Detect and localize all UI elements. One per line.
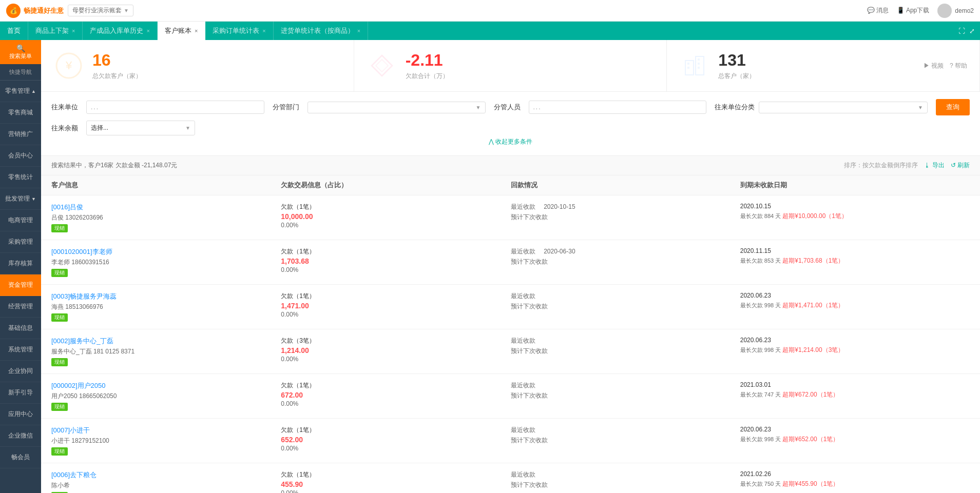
debt-percent: 0.00%	[281, 445, 510, 452]
sidebar-item-enterprise[interactable]: 企业协同	[0, 361, 41, 382]
stat-card-debt-amount: -2.11 欠款合计（万）	[354, 40, 667, 91]
customer-name-link[interactable]: [0007]小进干	[51, 426, 281, 435]
help-link[interactable]: ? 帮助	[950, 62, 967, 70]
sidebar-item-label: 畅会员	[11, 453, 30, 462]
supplier-input[interactable]: ...	[86, 101, 264, 114]
sidebar-item-ecommerce[interactable]: 电商管理	[0, 210, 41, 231]
sidebar-item-batch-mgmt[interactable]: 批发管理 ▼	[0, 188, 41, 210]
quick-nav[interactable]: 快捷导航	[0, 64, 41, 81]
sidebar-item-member[interactable]: 会员中心	[0, 145, 41, 167]
debt-amount[interactable]: 10,000.00	[281, 212, 510, 221]
sidebar-item-finance[interactable]: 资金管理	[0, 274, 41, 296]
sidebar-item-vip[interactable]: 畅会员	[0, 447, 41, 468]
debt-info: 欠款（1笔） 672.00 0.00%	[281, 381, 510, 407]
manager-input[interactable]: ...	[529, 101, 707, 114]
sidebar-item-ops[interactable]: 经营管理	[0, 296, 41, 318]
category-select[interactable]: ▼	[759, 102, 928, 113]
filter-category: 往来单位分类 ▼	[715, 102, 928, 113]
customer-phone: 陈小希	[51, 481, 281, 490]
recovery-info: 最近收款 2020-06-30 预计下次收款	[511, 247, 740, 268]
refresh-button[interactable]: ↺ 刷新	[951, 161, 970, 170]
sidebar-item-guide[interactable]: 新手引导	[0, 382, 41, 404]
sidebar-search[interactable]: 🔍 搜索菜单	[0, 40, 41, 64]
recovery-next: 预计下次收款	[511, 258, 740, 266]
message-link[interactable]: 💬 消息	[867, 6, 889, 15]
overdue-days: 最长欠款 750 天 超期¥455.90（1笔）	[740, 480, 970, 488]
tab-close-icon[interactable]: ×	[262, 28, 265, 34]
recovery-next: 预计下次收款	[511, 436, 740, 445]
debt-percent: 0.00%	[281, 222, 510, 229]
store-select[interactable]: 母婴行业演示账套 ▼	[68, 5, 133, 16]
tab-product-offline[interactable]: 商品上下架 ×	[28, 22, 83, 40]
tab-purchase-order[interactable]: 采购订单统计表 ×	[205, 22, 273, 40]
overdue-link[interactable]: 超期¥455.90（1笔）	[782, 480, 839, 487]
tab-close-icon[interactable]: ×	[146, 28, 149, 34]
tab-close-icon[interactable]: ×	[72, 28, 75, 34]
overdue-link[interactable]: 超期¥10,000.00（1笔）	[782, 212, 848, 220]
customer-info: [0001020001]李老师 李老师 18600391516 现销	[51, 247, 281, 277]
tab-close-icon[interactable]: ×	[357, 28, 360, 34]
debt-amount[interactable]: 672.00	[281, 391, 510, 399]
tab-product-history[interactable]: 产成品入库单历史 ×	[83, 22, 157, 40]
search-button[interactable]: 查询	[936, 99, 970, 115]
overdue-link[interactable]: 超期¥652.00（1笔）	[782, 436, 839, 443]
debt-amount[interactable]: 1,471.00	[281, 302, 510, 310]
sidebar-item-label: 零售统计	[8, 173, 33, 182]
sidebar-item-purchase[interactable]: 采购管理	[0, 231, 41, 253]
department-select[interactable]: ▼	[308, 102, 486, 113]
customer-name-link[interactable]: [0006]去下粮仓	[51, 470, 281, 480]
sidebar-item-app-center[interactable]: 应用中心	[0, 404, 41, 425]
export-button[interactable]: ⭳ 导出	[924, 161, 944, 170]
sidebar-item-basic-info[interactable]: 基础信息	[0, 318, 41, 339]
customer-name-link[interactable]: [0001020001]李老师	[51, 247, 281, 257]
filter-manager-label: 分管人员	[494, 103, 525, 112]
debt-amount[interactable]: 1,703.68	[281, 257, 510, 265]
overdue-info: 2020.06.23 最长欠款 998 天 超期¥652.00（1笔）	[740, 426, 970, 445]
recovery-info: 最近收款 预计下次收款	[511, 292, 740, 312]
overdue-link[interactable]: 超期¥1,214.00（3笔）	[782, 346, 844, 353]
app-download-link[interactable]: 📱 App下载	[897, 6, 929, 15]
username[interactable]: demo2	[955, 7, 974, 14]
recovery-next: 预计下次收款	[511, 481, 740, 489]
tab-inventory-stats[interactable]: 进货单统计表（按商品） ×	[274, 22, 368, 40]
debt-percent: 0.00%	[281, 356, 510, 363]
logo-text: 畅捷通好生意	[24, 6, 64, 15]
sidebar-item-marketing[interactable]: 营销推广	[0, 124, 41, 145]
balance-select[interactable]: 选择... ▼	[86, 121, 195, 135]
tab-customer-account[interactable]: 客户账本 ×	[158, 22, 205, 40]
overdue-link[interactable]: 超期¥1,471.00（1笔）	[782, 302, 844, 309]
tab-bar: 首页 商品上下架 × 产成品入库单历史 × 客户账本 × 采购订单统计表 × 进…	[0, 22, 980, 40]
debt-amount[interactable]: 455.90	[281, 480, 510, 488]
debt-percent: 0.00%	[281, 400, 510, 407]
sidebar-item-inventory[interactable]: 库存核算	[0, 253, 41, 274]
tab-home[interactable]: 首页	[0, 22, 28, 40]
table-area: 客户信息 欠款交易信息（占比） 回款情况 到期未收款日期 [0016]吕俊 吕俊…	[41, 175, 980, 493]
tab-inventory-stats-label: 进货单统计表（按商品）	[281, 26, 354, 35]
tab-fullscreen-icon[interactable]: ⤢	[969, 27, 975, 35]
debt-amount[interactable]: 1,214.00	[281, 346, 510, 354]
overdue-link[interactable]: 超期¥1,703.68（1笔）	[782, 257, 844, 264]
customer-name-link[interactable]: [000002]用户2050	[51, 381, 281, 390]
debt-amount[interactable]: 652.00	[281, 436, 510, 444]
tab-close-icon[interactable]: ×	[195, 28, 198, 34]
user-area: demo2	[937, 4, 974, 18]
sidebar-item-system[interactable]: 系统管理	[0, 339, 41, 361]
sidebar-item-wecom[interactable]: 企业微信	[0, 425, 41, 447]
filter-supplier: 往来单位 ...	[51, 101, 264, 114]
customer-name-link[interactable]: [0002]服务中心_丁磊	[51, 337, 281, 346]
overdue-date: 2020.06.23	[740, 337, 970, 344]
overdue-days: 最长欠款 998 天 超期¥1,214.00（3笔）	[740, 346, 970, 354]
sort-label[interactable]: 排序：按欠款金额倒序排序	[844, 161, 918, 170]
debt-count: 欠款（1笔）	[281, 426, 510, 435]
customer-name-link[interactable]: [0016]吕俊	[51, 203, 281, 212]
sidebar-item-retail-mgmt[interactable]: 零售管理 ▲	[0, 81, 41, 102]
overdue-link[interactable]: 超期¥672.00（1笔）	[782, 391, 839, 398]
tab-expand-icon[interactable]: ⛶	[958, 27, 965, 35]
customer-name-link[interactable]: [0003]畅捷服务尹海蕊	[51, 292, 281, 301]
video-link[interactable]: ▶ 视频	[924, 62, 944, 70]
sidebar-item-retail-shop[interactable]: 零售商城	[0, 102, 41, 124]
sidebar-item-retail-stats[interactable]: 零售统计	[0, 167, 41, 188]
diamond-icon	[367, 50, 397, 81]
collapse-button[interactable]: ⋀ 收起更多条件	[51, 135, 970, 148]
recovery-last: 最近收款	[511, 292, 740, 301]
